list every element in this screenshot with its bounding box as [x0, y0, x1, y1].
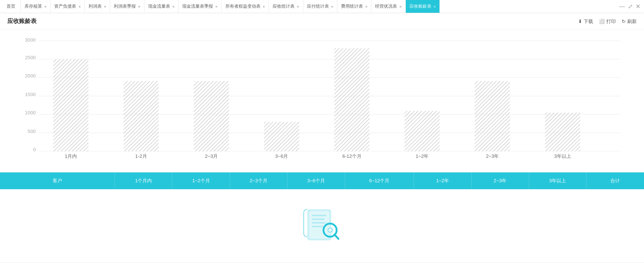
- bar-2-3year: [475, 81, 510, 151]
- svg-text:1500: 1500: [25, 92, 35, 97]
- tab-label: 经营状况表: [375, 3, 397, 9]
- col-customer: 客户: [0, 172, 115, 189]
- close-button[interactable]: ✕: [636, 3, 640, 10]
- tab-bar: 首页 库存核算 × 资产负债表 × 利润表 × 利润表季报 × 现金流量表 × …: [0, 0, 644, 13]
- svg-text:2~3月: 2~3月: [205, 153, 218, 159]
- bar-3-6month: [264, 122, 299, 151]
- maximize-button[interactable]: ⤢: [628, 3, 633, 10]
- download-icon: ⬇: [578, 19, 582, 24]
- tab-payable-stat[interactable]: 应付统计表 ×: [303, 0, 337, 13]
- tab-close-cashflow[interactable]: ×: [172, 4, 175, 9]
- col-1-2year: 1~2年: [414, 172, 471, 189]
- table-body: [0, 189, 644, 262]
- tab-label: 应付统计表: [307, 3, 329, 9]
- tab-label: 利润表季报: [114, 3, 136, 9]
- header-actions: ⬇ 下载 ⬜ 打印 ↻ 刷新: [578, 18, 637, 25]
- tab-close-payable-stat[interactable]: ×: [331, 4, 333, 9]
- tab-label: 现金流量表: [148, 3, 170, 9]
- refresh-icon: ↻: [622, 19, 626, 24]
- tab-cashflow-quarterly[interactable]: 现金流量表季报 ×: [179, 0, 221, 13]
- tab-home-label: 首页: [7, 3, 15, 9]
- tab-label: 利润表: [89, 3, 102, 9]
- refresh-label: 刷新: [627, 18, 637, 25]
- download-label: 下载: [584, 18, 593, 25]
- tab-close-equity[interactable]: ×: [263, 4, 265, 9]
- download-button[interactable]: ⬇ 下载: [578, 18, 593, 25]
- svg-rect-25: [312, 215, 326, 216]
- bar-3yearplus: [545, 113, 580, 151]
- refresh-button[interactable]: ↻ 刷新: [622, 18, 637, 25]
- tab-balance[interactable]: 资产负债表 ×: [50, 0, 85, 13]
- window-actions: — ⤢ ✕: [619, 3, 643, 10]
- col-total: 合计: [587, 172, 644, 189]
- page-header: 应收账龄表 ⬇ 下载 ⬜ 打印 ↻ 刷新: [0, 13, 644, 30]
- svg-text:3000: 3000: [25, 37, 35, 43]
- svg-text:1月内: 1月内: [65, 153, 77, 159]
- empty-icon: [300, 204, 344, 248]
- svg-rect-28: [312, 226, 323, 227]
- svg-text:0: 0: [33, 147, 35, 152]
- col-3yearplus: 3年以上: [529, 172, 587, 189]
- bar-2-3month: [194, 81, 229, 151]
- col-2-3year: 2~3年: [472, 172, 529, 189]
- svg-text:3~6月: 3~6月: [275, 153, 288, 159]
- tab-label: 所有者权益变动表: [225, 3, 261, 9]
- bar-6-12month: [334, 48, 370, 151]
- bar-1-2year: [405, 111, 440, 151]
- tab-cashflow[interactable]: 现金流量表 ×: [145, 0, 179, 13]
- bar-chart: 0 500 1000 1500 2000 2500 3000 1月内 1-2月: [15, 37, 629, 169]
- main-content: 0 500 1000 1500 2000 2500 3000 1月内 1-2月: [0, 30, 644, 262]
- col-3-6month: 3~6个月: [288, 172, 345, 189]
- tab-profit[interactable]: 利润表 ×: [85, 0, 110, 13]
- svg-text:1-2月: 1-2月: [135, 153, 147, 159]
- svg-rect-26: [312, 218, 325, 220]
- tab-close-balance[interactable]: ×: [78, 4, 80, 9]
- col-6-12month: 6~12个月: [345, 172, 414, 189]
- col-1-2month: 1~2个月: [172, 172, 230, 189]
- tab-close-ar-aging[interactable]: ×: [434, 4, 436, 9]
- tab-label: 应收账龄表: [409, 3, 431, 9]
- tab-close-profit[interactable]: ×: [104, 4, 106, 9]
- print-label: 打印: [606, 18, 616, 25]
- print-button[interactable]: ⬜ 打印: [599, 18, 616, 25]
- tab-operation[interactable]: 经营状况表 ×: [371, 0, 405, 13]
- tab-close-profit-quarterly[interactable]: ×: [138, 4, 140, 9]
- tab-label: 现金流量表季报: [182, 3, 213, 9]
- tab-close-receivable-stat[interactable]: ×: [297, 4, 299, 9]
- tab-label: 资产负债表: [54, 3, 76, 9]
- svg-rect-27: [312, 222, 326, 224]
- svg-text:500: 500: [28, 129, 36, 134]
- svg-text:6-12个月: 6-12个月: [342, 153, 361, 159]
- table-header: 客户 1个月内 1~2个月 2~3个月 3~6个月 6~12个月 1~2年 2~…: [0, 172, 644, 189]
- bar-1month: [53, 59, 89, 151]
- col-2-3month: 2~3个月: [230, 172, 288, 189]
- svg-text:1~2年: 1~2年: [416, 153, 428, 159]
- svg-text:3年以上: 3年以上: [554, 153, 571, 159]
- tab-label: 费用统计表: [341, 3, 363, 9]
- tab-close-operation[interactable]: ×: [399, 4, 401, 9]
- tab-close-cashflow-quarterly[interactable]: ×: [215, 4, 217, 9]
- tab-profit-quarterly[interactable]: 利润表季报 ×: [110, 0, 144, 13]
- tab-close-inventory[interactable]: ×: [44, 4, 46, 9]
- page-title: 应收账龄表: [7, 18, 37, 25]
- svg-text:2500: 2500: [25, 55, 35, 60]
- tab-close-expense-stat[interactable]: ×: [365, 4, 367, 9]
- tab-equity[interactable]: 所有者权益变动表 ×: [222, 0, 269, 13]
- tab-receivable-stat[interactable]: 应收统计表 ×: [269, 0, 303, 13]
- tab-expense-stat[interactable]: 费用统计表 ×: [337, 0, 371, 13]
- chart-area: 0 500 1000 1500 2000 2500 3000 1月内 1-2月: [0, 30, 644, 172]
- bar-1-2month: [124, 81, 159, 151]
- tab-label: 应收统计表: [273, 3, 295, 9]
- print-icon: ⬜: [599, 19, 605, 24]
- col-1month: 1个月内: [115, 172, 172, 189]
- svg-text:2~3年: 2~3年: [486, 153, 499, 159]
- svg-line-31: [334, 235, 338, 239]
- tab-ar-aging[interactable]: 应收账龄表 ×: [406, 0, 440, 13]
- svg-text:1000: 1000: [25, 110, 35, 115]
- tab-inventory[interactable]: 库存核算 ×: [21, 0, 50, 13]
- svg-text:2000: 2000: [25, 73, 35, 79]
- tab-label: 库存核算: [25, 3, 42, 9]
- minimize-button[interactable]: —: [619, 3, 625, 10]
- tab-home[interactable]: 首页: [1, 0, 21, 13]
